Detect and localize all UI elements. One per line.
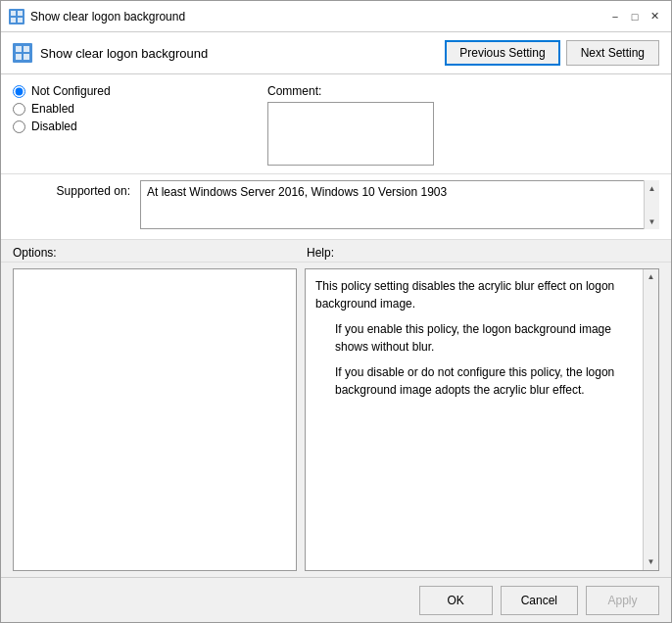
supported-section: Supported on: At least Windows Server 20… — [1, 174, 671, 240]
title-bar-left: Show clear logon background — [9, 9, 185, 24]
options-label: Options: — [13, 246, 307, 260]
scroll-down-arrow[interactable]: ▼ — [645, 214, 659, 229]
comment-textarea[interactable] — [267, 102, 434, 166]
ok-button[interactable]: OK — [419, 586, 493, 615]
svg-rect-6 — [16, 54, 22, 60]
help-text-3: If you disable or do not configure this … — [335, 363, 645, 399]
close-button[interactable]: ✕ — [646, 8, 663, 25]
top-area: Not Configured Enabled Disabled Comment: — [1, 74, 671, 174]
svg-rect-3 — [18, 18, 23, 23]
svg-rect-0 — [11, 11, 16, 16]
header-row: Show clear logon background Previous Set… — [1, 32, 671, 74]
comment-label: Comment: — [267, 84, 434, 98]
next-setting-button[interactable]: Next Setting — [566, 40, 659, 66]
disabled-radio[interactable] — [13, 120, 25, 133]
scroll-up-arrow[interactable]: ▲ — [645, 180, 659, 196]
supported-box: At least Windows Server 2016, Windows 10… — [140, 180, 659, 229]
not-configured-radio-label[interactable]: Not Configured — [13, 84, 140, 98]
disabled-radio-label[interactable]: Disabled — [13, 120, 140, 133]
help-scroll-down[interactable]: ▼ — [644, 554, 658, 570]
supported-label: Supported on: — [13, 180, 140, 198]
not-configured-label: Not Configured — [31, 84, 111, 98]
help-text-container: This policy setting disables the acrylic… — [315, 277, 648, 399]
title-controls: − □ ✕ — [606, 8, 663, 25]
help-label: Help: — [307, 246, 659, 260]
not-configured-radio[interactable] — [13, 85, 25, 98]
apply-button[interactable]: Apply — [586, 586, 659, 615]
panels-row: This policy setting disables the acrylic… — [1, 263, 671, 577]
dialog-title: Show clear logon background — [40, 46, 208, 61]
main-window: Show clear logon background − □ ✕ Show c… — [0, 0, 672, 623]
disabled-label: Disabled — [31, 120, 77, 133]
help-text-2: If you enable this policy, the logon bac… — [335, 320, 645, 356]
header-icon — [13, 43, 32, 63]
svg-rect-1 — [18, 11, 23, 16]
options-help-labels-row: Options: Help: — [1, 240, 671, 263]
footer: OK Cancel Apply — [1, 577, 671, 622]
help-scrollbar: ▲ ▼ — [643, 269, 658, 570]
comment-section: Comment: — [267, 84, 434, 166]
svg-rect-2 — [11, 18, 16, 23]
minimize-button[interactable]: − — [606, 8, 624, 25]
svg-rect-7 — [24, 54, 29, 60]
maximize-button[interactable]: □ — [626, 8, 644, 25]
help-scroll-up[interactable]: ▲ — [644, 269, 658, 285]
help-text-1: This policy setting disables the acrylic… — [315, 277, 645, 312]
cancel-button[interactable]: Cancel — [501, 586, 578, 615]
svg-rect-4 — [16, 46, 22, 52]
supported-box-wrap: At least Windows Server 2016, Windows 10… — [140, 180, 659, 229]
enabled-radio-label[interactable]: Enabled — [13, 102, 140, 116]
help-panel[interactable]: This policy setting disables the acrylic… — [305, 268, 659, 571]
window-title: Show clear logon background — [30, 10, 185, 24]
header-title-group: Show clear logon background — [13, 43, 208, 63]
previous-setting-button[interactable]: Previous Setting — [445, 40, 559, 66]
options-panel[interactable] — [13, 268, 297, 571]
content-area: Not Configured Enabled Disabled Comment: — [1, 74, 671, 577]
radio-group: Not Configured Enabled Disabled — [13, 84, 140, 166]
title-bar: Show clear logon background − □ ✕ — [1, 1, 671, 32]
enabled-radio[interactable] — [13, 103, 25, 116]
top-flex: Not Configured Enabled Disabled Comment: — [13, 84, 659, 166]
supported-value: At least Windows Server 2016, Windows 10… — [147, 185, 447, 199]
enabled-label: Enabled — [31, 102, 74, 116]
header-buttons: Previous Setting Next Setting — [445, 40, 659, 66]
svg-rect-5 — [24, 46, 29, 52]
supported-scrollbar: ▲ ▼ — [644, 180, 659, 229]
window-icon — [9, 9, 24, 24]
